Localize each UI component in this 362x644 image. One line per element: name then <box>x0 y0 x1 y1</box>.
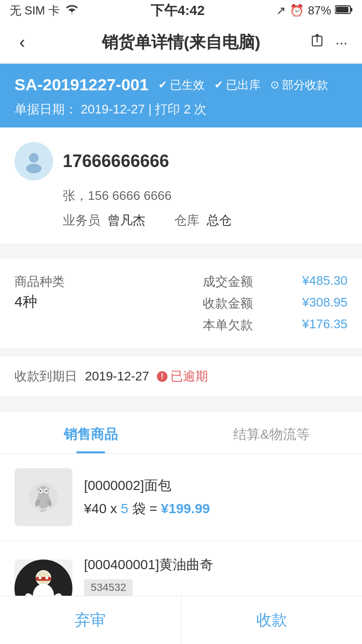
owed-label: 本单欠款 <box>203 317 253 334</box>
svg-text:品+: 品+ <box>41 508 47 513</box>
battery-percent: 87% <box>308 4 331 17</box>
due-date-value: 2019-12-27 <box>85 369 149 384</box>
customer-section: 17666666666 张，156 6666 6666 业务员 曾凡杰 仓库 总… <box>0 127 362 243</box>
order-id-row: SA-20191227-001 ✔ 已生效 ✔ 已出库 ⊙ 部分收款 <box>14 75 348 94</box>
status-time: 下午4:42 <box>151 1 205 20</box>
svg-rect-2 <box>336 7 348 13</box>
avatar <box>14 142 53 181</box>
svg-rect-17 <box>36 577 51 581</box>
stat-received: 收款金额 ¥308.95 <box>203 295 348 312</box>
salesperson-value: 曾凡杰 <box>108 213 145 227</box>
product-thumb-1: 品+ <box>14 468 72 526</box>
customer-meta: 业务员 曾凡杰 仓库 总仓 <box>63 212 348 229</box>
svg-point-4 <box>29 153 39 163</box>
divider-1 <box>0 251 362 259</box>
tabs-row: 销售商品 结算&物流等 <box>0 412 362 454</box>
confirm-button[interactable]: 收款 <box>181 596 362 644</box>
stat-owed: 本单欠款 ¥176.35 <box>203 317 348 334</box>
owed-value: ¥176.35 <box>302 317 348 334</box>
tab-products-label: 销售商品 <box>64 427 118 442</box>
overdue-dot-icon: ! <box>157 371 167 382</box>
order-header: SA-20191227-001 ✔ 已生效 ✔ 已出库 ⊙ 部分收款 单据日期：… <box>0 64 362 127</box>
status-right: ↗ ⏰ 87% <box>276 4 352 17</box>
tab-settlement-label: 结算&物流等 <box>233 427 310 442</box>
share-icon[interactable] <box>310 33 324 51</box>
shipped-label: 已出库 <box>226 77 261 93</box>
more-icon[interactable]: ··· <box>335 34 348 51</box>
effective-icon: ✔ <box>158 79 167 91</box>
overdue-label: 已逾期 <box>170 368 208 385</box>
back-button[interactable]: ‹ <box>14 28 30 57</box>
status-left: 无 SIM 卡 <box>10 3 79 18</box>
customer-row: 17666666666 <box>14 142 348 181</box>
badge-effective: ✔ 已生效 <box>158 77 205 93</box>
due-section: 收款到期日 2019-12-27 ! 已逾期 <box>0 356 362 396</box>
location-icon: ↗ <box>276 4 286 17</box>
product-info-1: [0000002]面包 ¥40 x 5 袋 = ¥199.99 <box>84 476 348 518</box>
deal-label: 成交金额 <box>203 273 253 290</box>
svg-rect-1 <box>350 8 352 12</box>
tab-products[interactable]: 销售商品 <box>0 412 181 453</box>
multiply-1: x <box>111 501 121 516</box>
product-sku-2: 534532 <box>84 579 133 596</box>
status-bar: 无 SIM 卡 下午4:42 ↗ ⏰ 87% <box>0 0 362 21</box>
partial-label: 部分收款 <box>282 77 328 93</box>
wifi-icon <box>65 4 79 17</box>
salesperson-label: 业务员 <box>63 213 100 227</box>
print-info: | 打印 2 次 <box>148 102 207 116</box>
stats-left: 商品种类 4种 <box>14 273 65 312</box>
list-item: 品+ [0000002]面包 ¥40 x 5 袋 = ¥199.99 <box>0 454 362 541</box>
shipped-icon: ✔ <box>214 79 223 91</box>
received-label: 收款金额 <box>203 295 253 312</box>
svg-point-5 <box>26 164 42 173</box>
unit-1: 袋 <box>132 501 146 516</box>
page-title: 销货单详情(来自电脑) <box>102 31 261 54</box>
confirm-label: 收款 <box>256 610 287 631</box>
partial-icon: ⊙ <box>270 79 279 91</box>
stats-right: 成交金额 ¥485.30 收款金额 ¥308.95 本单欠款 ¥176.35 <box>203 273 348 334</box>
warehouse-info: 仓库 总仓 <box>174 212 232 229</box>
battery-icon <box>335 4 352 17</box>
stats-section: 商品种类 4种 成交金额 ¥485.30 收款金额 ¥308.95 本单欠款 ¥… <box>0 259 362 348</box>
badge-partial: ⊙ 部分收款 <box>270 77 328 93</box>
types-label: 商品种类 <box>14 273 65 290</box>
product-name-2: [000400001]黄油曲奇 <box>84 556 348 574</box>
product-name-1: [0000002]面包 <box>84 476 348 495</box>
stat-deal-amount: 成交金额 ¥485.30 <box>203 273 348 290</box>
price-1: ¥40 <box>84 501 107 516</box>
svg-point-18 <box>39 576 42 579</box>
product-price-1: ¥40 x 5 袋 = ¥199.99 <box>84 500 348 518</box>
salesperson-info: 业务员 曾凡杰 <box>63 212 145 229</box>
order-date-row: 单据日期： 2019-12-27 | 打印 2 次 <box>14 101 348 118</box>
overdue-badge: ! 已逾期 <box>157 368 208 385</box>
alarm-icon: ⏰ <box>290 4 304 17</box>
date-label: 单据日期： <box>14 102 77 116</box>
sim-status: 无 SIM 卡 <box>10 3 60 18</box>
cancel-label: 弃审 <box>75 610 106 631</box>
tabs-section: 销售商品 结算&物流等 <box>0 412 362 454</box>
received-value: ¥308.95 <box>302 295 348 312</box>
cancel-button[interactable]: 弃审 <box>0 596 181 644</box>
tab-settlement[interactable]: 结算&物流等 <box>181 412 362 453</box>
deal-value: ¥485.30 <box>302 273 348 290</box>
effective-label: 已生效 <box>170 77 205 93</box>
due-label: 收款到期日 <box>14 368 77 385</box>
badge-shipped: ✔ 已出库 <box>214 77 261 93</box>
warehouse-label: 仓库 <box>174 213 199 227</box>
nav-bar: ‹ 销货单详情(来自电脑) ··· <box>0 21 362 64</box>
bottom-bar: 弃审 收款 <box>0 596 362 644</box>
customer-name: 17666666666 <box>63 151 169 171</box>
nav-actions: ··· <box>310 33 348 51</box>
types-value: 4种 <box>14 292 65 312</box>
customer-sub: 张，156 6666 6666 <box>63 187 348 204</box>
qty-1: 5 <box>121 501 128 516</box>
equals-1: = <box>149 501 161 516</box>
total-1: ¥199.99 <box>161 501 210 516</box>
warehouse-value: 总仓 <box>207 213 232 227</box>
divider-2 <box>0 404 362 412</box>
order-id: SA-20191227-001 <box>14 75 149 94</box>
order-date: 2019-12-27 <box>81 102 145 116</box>
svg-point-19 <box>45 576 48 579</box>
